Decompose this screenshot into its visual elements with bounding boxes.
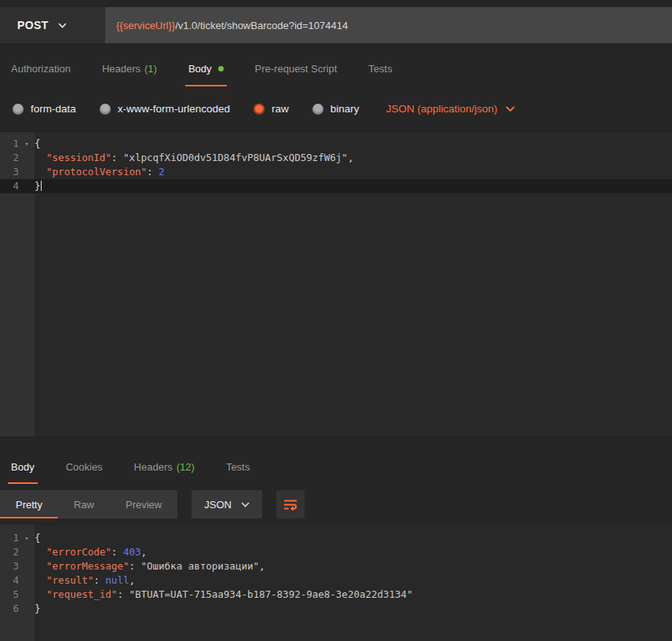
line-number: 5 (0, 588, 19, 602)
fold-spacer (19, 151, 35, 165)
gutter: 5 (0, 588, 35, 602)
body-mode-form-data[interactable]: form-data (13, 103, 76, 115)
tab-pre-request-script[interactable]: Pre-request Script (255, 50, 338, 86)
view-mode-raw[interactable]: Raw (58, 490, 110, 518)
tab-label: Headers (134, 461, 173, 473)
gutter: 1▾ (0, 531, 35, 545)
code-line: 2 "errorCode": 403, (0, 545, 672, 559)
request-body-editor[interactable]: 1▾{2 "sessionId": "xlpcqfXiOD0dv51D84fvP… (0, 132, 672, 437)
mode-label: form-data (31, 103, 76, 115)
fold-spacer (19, 165, 35, 179)
tab-authorization[interactable]: Authorization (11, 50, 71, 86)
tab-label: Tests (226, 461, 250, 473)
code-token: null (105, 574, 129, 586)
line-number: 1 (0, 531, 19, 545)
body-mode-raw[interactable]: raw (254, 103, 289, 115)
line-number: 6 (0, 602, 19, 616)
response-tabs: BodyCookiesHeaders(12)Tests (0, 449, 672, 484)
fold-spacer (19, 602, 35, 616)
wrap-text-button[interactable] (276, 490, 305, 518)
code-token (35, 546, 46, 558)
code-text: "sessionId": "xlpcqfXiOD0dv51D84fvP8UArS… (35, 151, 672, 165)
gutter: 3 (0, 165, 35, 179)
code-token: "errorMessage" (46, 560, 129, 572)
code-text: } (35, 179, 672, 193)
line-number: 4 (0, 573, 19, 588)
tab-tests[interactable]: Tests (226, 449, 250, 484)
section-divider (0, 437, 672, 449)
code-text: "result": null, (35, 573, 672, 588)
fold-spacer (19, 545, 35, 559)
gutter: 3 (0, 559, 35, 573)
gutter: 2 (0, 545, 35, 559)
code-token: } (35, 180, 41, 192)
chevron-down-icon (506, 106, 515, 112)
content-type-dropdown[interactable]: JSON (application/json) (386, 103, 516, 115)
response-toolbar: PrettyRawPreview JSON (0, 484, 672, 525)
fold-spacer (19, 559, 35, 573)
view-mode-label: Preview (126, 499, 162, 511)
tab-headers[interactable]: Headers(12) (134, 449, 195, 484)
code-token: , (348, 152, 354, 163)
view-mode-label: Pretty (16, 499, 42, 511)
code-token: 2 (159, 166, 165, 178)
fold-spacer (19, 573, 35, 588)
fold-caret-icon[interactable]: ▾ (19, 137, 35, 151)
body-mode-binary[interactable]: binary (312, 103, 360, 115)
code-text: "protocolVersion": 2 (35, 165, 672, 179)
code-token: : (93, 574, 105, 586)
code-token: : (117, 588, 129, 600)
body-mode-x-www-form-urlencoded[interactable]: x-www-form-urlencoded (100, 103, 230, 115)
mode-label: binary (331, 103, 360, 115)
radio-icon (312, 104, 323, 115)
radio-icon (254, 104, 265, 115)
tab-count: (1) (144, 63, 157, 75)
code-text: "errorMessage": "Ошибка авторизации", (35, 559, 672, 573)
gutter: 1▾ (0, 137, 35, 151)
code-text: { (35, 531, 672, 545)
tab-label: Body (188, 63, 212, 75)
code-token: , (141, 546, 148, 558)
line-number: 3 (0, 165, 19, 179)
language-dropdown[interactable]: JSON (192, 490, 262, 518)
code-token: , (129, 574, 135, 586)
code-token: "result" (46, 574, 93, 586)
tab-tests[interactable]: Tests (368, 50, 392, 86)
tab-cookies[interactable]: Cookies (66, 449, 103, 484)
code-token: { (35, 532, 41, 544)
tab-body[interactable]: Body (188, 50, 224, 86)
content-type-label: JSON (application/json) (386, 103, 498, 115)
fold-caret-icon[interactable]: ▾ (19, 531, 35, 545)
code-token: "xlpcqfXiOD0dv51D84fvP8UArSxQD59zfW6j" (123, 152, 348, 163)
view-mode-preview[interactable]: Preview (110, 490, 177, 518)
view-mode-switcher: PrettyRawPreview (0, 490, 177, 518)
chevron-down-icon (241, 502, 250, 507)
tab-label: Tests (368, 63, 392, 75)
gutter: 4 (0, 179, 35, 193)
tab-body[interactable]: Body (11, 449, 35, 484)
api-client-window: POST {{serviceUrl}}/v1.0/ticket/showBarc… (0, 0, 672, 641)
response-body-editor[interactable]: 1▾{2 "errorCode": 403,3 "errorMessage": … (0, 525, 672, 641)
gutter: 6 (0, 602, 35, 616)
tab-label: Headers (102, 63, 141, 75)
mode-label: raw (272, 103, 289, 115)
request-control: POST {{serviceUrl}}/v1.0/ticket/showBarc… (0, 7, 672, 43)
url-input[interactable]: {{serviceUrl}}/v1.0/ticket/showBarcode?i… (105, 7, 672, 43)
code-line: 1▾{ (0, 531, 672, 545)
view-mode-pretty[interactable]: Pretty (0, 490, 58, 518)
tab-headers[interactable]: Headers(1) (102, 50, 157, 86)
code-text: { (35, 137, 672, 151)
code-text: } (35, 602, 672, 616)
method-dropdown[interactable]: POST (0, 7, 105, 43)
body-mode-list: form-datax-www-form-urlencodedrawbinary (13, 103, 360, 115)
code-token: "errorCode" (46, 546, 111, 558)
code-line: 4} (0, 179, 672, 193)
method-label: POST (17, 19, 49, 31)
url-path: /v1.0/ticket/showBarcode?id=1074414 (175, 20, 348, 31)
code-token: 403 (123, 546, 141, 558)
code-token: "Ошибка авторизации" (141, 560, 259, 572)
request-tabs: AuthorizationHeaders(1)BodyPre-request S… (0, 50, 672, 86)
code-token: "sessionId" (46, 152, 111, 163)
language-label: JSON (204, 499, 232, 511)
wrap-text-icon (283, 499, 298, 511)
